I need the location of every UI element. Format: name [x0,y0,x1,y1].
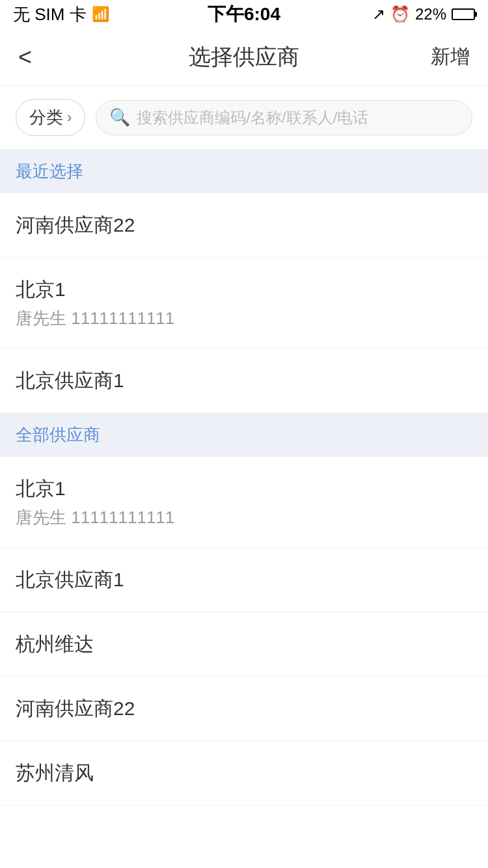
battery-percent: 22% [415,5,446,23]
item-name: 北京1 [16,276,472,303]
item-name: 河南供应商22 [16,695,472,722]
status-time: 下午6:04 [208,2,280,27]
search-placeholder: 搜索供应商编码/名称/联系人/电话 [137,107,459,128]
all-section-header: 全部供应商 [0,413,488,457]
status-bar: 无 SIM 卡 📶 下午6:04 ↗ ⏰ 22% [0,0,488,29]
list-item[interactable]: 北京供应商1 [0,548,488,612]
page-title: 选择供应商 [189,42,299,72]
list-item[interactable]: 苏州清风 [0,741,488,806]
no-sim-label: 无 SIM 卡 [13,3,87,26]
list-item[interactable]: 北京1唐先生 11111111111 [0,457,488,548]
recent-list: 河南供应商22北京1唐先生 11111111111北京供应商1 [0,193,488,413]
back-button[interactable]: < [18,44,57,71]
category-button[interactable]: 分类 › [16,99,85,136]
battery-bar [452,8,475,20]
chevron-right-icon: › [67,109,72,126]
status-right: ↗ ⏰ 22% [372,5,475,23]
category-label: 分类 [29,106,63,129]
wifi-icon: 📶 [92,6,109,23]
search-box[interactable]: 🔍 搜索供应商编码/名称/联系人/电话 [96,100,472,135]
item-contact: 唐先生 11111111111 [16,506,472,529]
item-name: 北京供应商1 [16,367,472,394]
item-contact: 唐先生 11111111111 [16,307,472,330]
location-icon: ↗ [372,5,385,23]
nav-bar: < 选择供应商 新增 [0,29,488,86]
list-item[interactable]: 北京供应商1 [0,349,488,413]
status-left: 无 SIM 卡 📶 [13,3,109,26]
add-button[interactable]: 新增 [431,44,470,70]
all-section-label: 全部供应商 [16,425,100,444]
recent-section-header: 最近选择 [0,150,488,193]
item-name: 北京供应商1 [16,566,472,593]
search-icon: 🔍 [109,107,130,128]
list-item[interactable]: 河南供应商22 [0,677,488,741]
list-item[interactable]: 河南供应商22 [0,193,488,258]
item-name: 苏州清风 [16,759,472,787]
recent-section-label: 最近选择 [16,161,83,181]
item-name: 北京1 [16,475,472,502]
list-item[interactable]: 杭州维达 [0,612,488,677]
all-list: 北京1唐先生 11111111111北京供应商1杭州维达河南供应商22苏州清风 [0,457,488,806]
alarm-icon: ⏰ [390,5,410,23]
filter-bar: 分类 › 🔍 搜索供应商编码/名称/联系人/电话 [0,86,488,150]
list-item[interactable]: 北京1唐先生 11111111111 [0,258,488,349]
item-name: 杭州维达 [16,631,472,658]
item-name: 河南供应商22 [16,211,472,239]
